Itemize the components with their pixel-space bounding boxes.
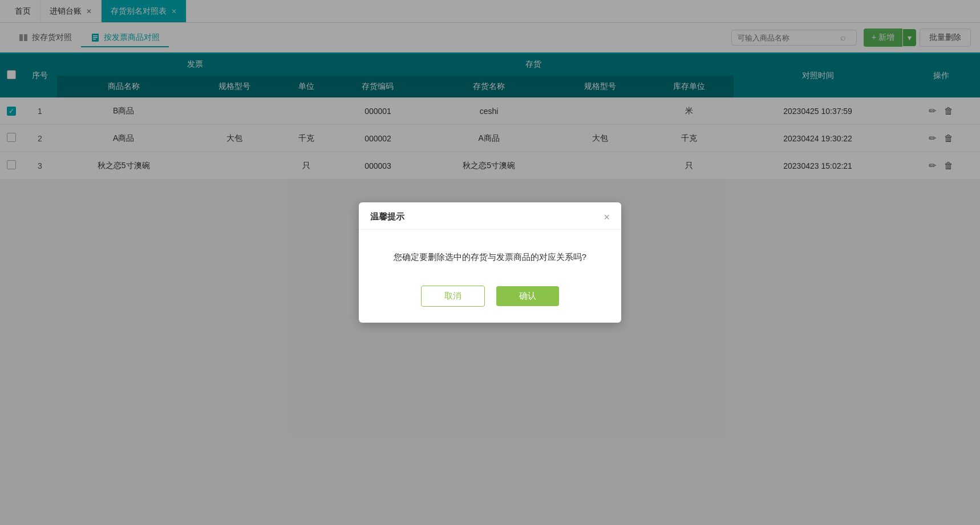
modal-overlay: 温馨提示 × 您确定要删除选中的存货与发票商品的对应关系吗? 取消 确认: [0, 0, 980, 180]
